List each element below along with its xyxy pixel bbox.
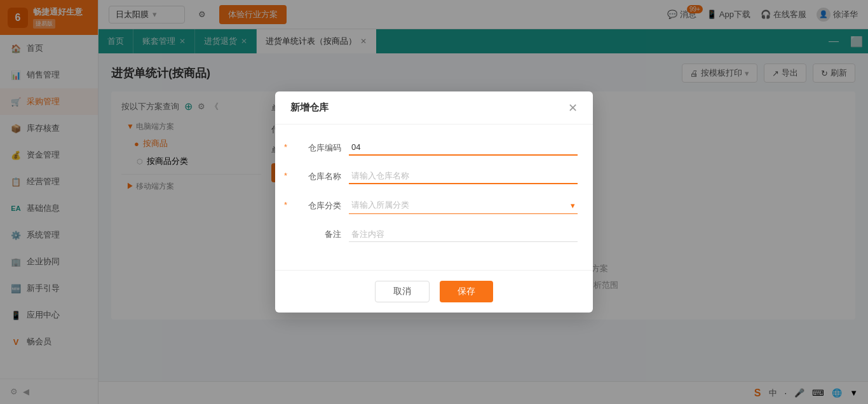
category-dropdown-icon: ▾: [571, 201, 575, 210]
modal-row-code: 仓库编码: [290, 140, 578, 156]
category-select[interactable]: 请输入所属分类 ▾: [349, 197, 578, 214]
modal-row-category: 仓库分类 请输入所属分类 ▾: [290, 197, 578, 214]
name-label: 仓库名称: [290, 171, 341, 182]
code-input[interactable]: [349, 140, 578, 156]
modal-title: 新增仓库: [290, 102, 329, 114]
modal-row-note: 备注: [290, 227, 578, 242]
cancel-button[interactable]: 取消: [375, 281, 430, 302]
modal-row-name: 仓库名称: [290, 168, 578, 184]
name-input[interactable]: [349, 168, 578, 184]
modal-close-button[interactable]: ✕: [568, 102, 578, 114]
save-button[interactable]: 保存: [440, 281, 493, 302]
modal-overlay: 新增仓库 ✕ 仓库编码 仓库名称 仓库分类 请输入所属分类 ▾: [0, 0, 868, 404]
modal-header: 新增仓库 ✕: [275, 91, 593, 125]
add-warehouse-modal: 新增仓库 ✕ 仓库编码 仓库名称 仓库分类 请输入所属分类 ▾: [275, 91, 593, 313]
note-input[interactable]: [349, 227, 578, 242]
category-placeholder: 请输入所属分类: [351, 199, 409, 211]
modal-footer: 取消 保存: [275, 270, 593, 313]
code-label: 仓库编码: [290, 142, 341, 154]
modal-body: 仓库编码 仓库名称 仓库分类 请输入所属分类 ▾ 备注: [275, 125, 593, 270]
category-label: 仓库分类: [290, 200, 341, 212]
note-label: 备注: [290, 229, 341, 240]
